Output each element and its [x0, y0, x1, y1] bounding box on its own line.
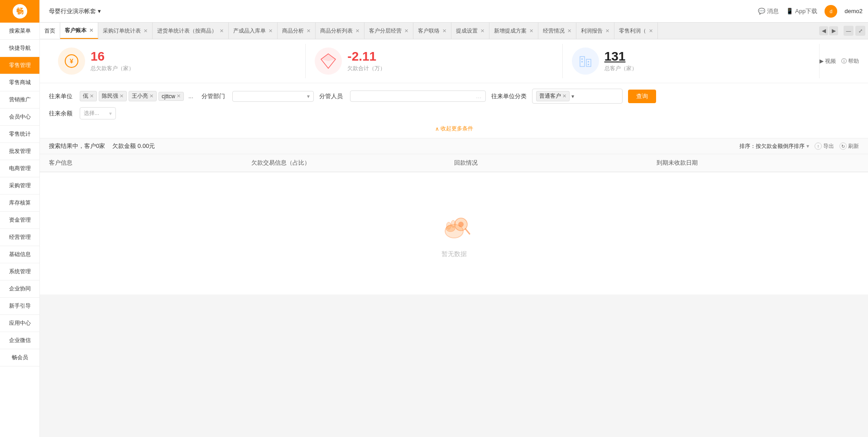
sidebar-item-retail-stats[interactable]: 零售统计 — [0, 126, 39, 143]
help-icon: ⓘ — [841, 57, 847, 65]
sidebar-item-purchase-mgmt[interactable]: 采购管理 — [0, 177, 39, 195]
sidebar-item-finance[interactable]: 资金管理 — [0, 212, 39, 229]
sidebar-item-app-center[interactable]: 应用中心 — [0, 315, 39, 332]
data-table: 客户信息 欠款交易信息（占比） 回款情况 到期未收款日期 — [40, 154, 868, 294]
tab-next-button[interactable]: ▶ — [829, 26, 838, 35]
filter-tag-wang[interactable]: 王小亮 ✕ — [129, 91, 157, 101]
classify-tag[interactable]: 普通客户 ✕ — [536, 91, 570, 101]
tab-close-retail-profit[interactable]: ✕ — [649, 28, 653, 34]
balance-select[interactable]: 选择... ▾ — [80, 107, 116, 119]
sidebar-item-quick-nav[interactable]: 快捷导航 — [0, 40, 39, 57]
tab-close-customer-tier[interactable]: ✕ — [404, 28, 408, 34]
tab-retail-profit[interactable]: 零售利润（✕ — [614, 23, 658, 39]
sidebar-item-basic-info[interactable]: 基础信息 — [0, 246, 39, 263]
tab-close-new-promo[interactable]: ✕ — [529, 28, 533, 34]
tab-close-profit-report[interactable]: ✕ — [605, 28, 609, 34]
sidebar-item-new-guide[interactable]: 新手引导 — [0, 298, 39, 315]
dept-filter-label: 分管部门 — [201, 92, 227, 100]
sidebar-item-membership[interactable]: 会员中心 — [0, 109, 39, 126]
tab-close-product-inbound[interactable]: ✕ — [269, 28, 273, 34]
tab-goods-analysis-list[interactable]: 商品分析列表✕ — [316, 23, 364, 39]
tab-customer-tier[interactable]: 客户分层经营✕ — [364, 23, 413, 39]
video-button[interactable]: ▶ 视频 — [820, 57, 836, 65]
result-bar: 搜索结果中，客户0家 欠款金额 0.00元 排序：按欠款金额倒序排序 ▾ ↑ 导… — [40, 138, 868, 154]
person-filter-input[interactable] — [354, 93, 474, 100]
tag-cj-close[interactable]: ✕ — [177, 93, 181, 99]
help-button[interactable]: ⓘ 帮助 — [841, 57, 859, 65]
tag-chen-close[interactable]: ✕ — [120, 93, 124, 99]
company-selector[interactable]: 母婴行业演示帐套 ▾ — [45, 5, 105, 17]
svg-rect-9 — [588, 64, 589, 65]
sidebar-item-ops-mgmt[interactable]: 经营管理 — [0, 229, 39, 246]
sidebar-item-marketing[interactable]: 营销推广 — [0, 91, 39, 109]
tab-operations[interactable]: 经营情况✕ — [538, 23, 576, 39]
content-area: ¥ 16 总欠款客户（家） -2.11 欠款合计（万 — [40, 39, 868, 437]
filter-tag-wa[interactable]: 佤 ✕ — [80, 91, 97, 101]
th-due-date: 到期未收款日期 — [657, 159, 859, 167]
tab-product-inbound[interactable]: 产成品入库单✕ — [229, 23, 278, 39]
sort-select[interactable]: 排序：按欠款金额倒序排序 ▾ — [739, 142, 809, 150]
minimize-button[interactable]: — — [844, 26, 854, 36]
result-actions: 排序：按欠款金额倒序排序 ▾ ↑ 导出 ↻ 刷新 — [739, 142, 859, 150]
sidebar-item-retail-mall[interactable]: 零售商城 — [0, 74, 39, 91]
classify-tag-close[interactable]: ✕ — [562, 93, 566, 99]
filter-tag-cj[interactable]: cjttcw ✕ — [158, 92, 184, 101]
maximize-button[interactable]: ⤢ — [855, 26, 865, 36]
total-customers-value: 131 — [604, 50, 637, 64]
export-button[interactable]: ↑ 导出 — [815, 142, 834, 150]
credit-amount-label: 欠款合计（万） — [347, 65, 385, 72]
search-result-text: 搜索结果中，客户0家 — [49, 142, 105, 150]
sidebar-item-batch-mgmt[interactable]: 批发管理 — [0, 143, 39, 160]
tab-purchase-stat[interactable]: 进货单统计表（按商品）✕ — [153, 23, 229, 39]
window-controls: — ⤢ — [841, 26, 868, 36]
filter-row-balance: 往来余额 选择... ▾ — [49, 107, 859, 119]
tab-new-promo[interactable]: 新增提成方案✕ — [489, 23, 538, 39]
tab-purchase-order[interactable]: 采购订单统计表✕ — [98, 23, 153, 39]
sidebar-item-retail-mgmt[interactable]: 零售管理 — [0, 57, 39, 74]
sidebar-item-search[interactable]: 搜索菜单 — [0, 23, 39, 40]
credit-customers-value: 16 — [91, 50, 134, 64]
sidebar-item-sys-mgmt[interactable]: 系统管理 — [0, 263, 39, 280]
filter-tag-chen[interactable]: 陈民强 ✕ — [99, 91, 127, 101]
tag-wang-close[interactable]: ✕ — [149, 93, 153, 99]
dept-select[interactable]: ▾ — [232, 91, 314, 102]
tab-goods-analysis[interactable]: 商品分析✕ — [278, 23, 316, 39]
messages-button[interactable]: 💬 消息 — [758, 7, 779, 15]
tab-bar: 首页客户账本✕采购订单统计表✕进货单统计表（按商品）✕产成品入库单✕商品分析✕商… — [40, 23, 868, 39]
tab-profit-report[interactable]: 利润报告✕ — [576, 23, 614, 39]
app-download-button[interactable]: 📱 App下载 — [786, 7, 817, 15]
unit-filter-tags: 佤 ✕ 陈民强 ✕ 王小亮 ✕ cjttcw ✕ ... — [80, 91, 196, 101]
classify-select[interactable]: 普通客户 ✕ ▾ — [532, 89, 623, 104]
debt-amount-text: 欠款金额 0.00元 — [112, 142, 155, 150]
tab-customer-account[interactable]: 客户账本✕ — [60, 23, 98, 39]
sidebar-item-corp-collab[interactable]: 企业协同 — [0, 280, 39, 298]
tab-home[interactable]: 首页 — [40, 23, 60, 39]
tab-close-purchase-order[interactable]: ✕ — [144, 28, 148, 34]
tab-close-customer-contact[interactable]: ✕ — [442, 28, 446, 34]
tab-close-purchase-stat[interactable]: ✕ — [220, 28, 224, 34]
collapse-button[interactable]: ∧ 收起更多条件 — [435, 125, 473, 133]
empty-icon — [436, 209, 472, 245]
tab-close-operations[interactable]: ✕ — [567, 28, 571, 34]
tab-close-goods-analysis[interactable]: ✕ — [307, 28, 311, 34]
top-header: 母婴行业演示帐套 ▾ 💬 消息 📱 App下载 d demo2 — [40, 0, 868, 23]
username[interactable]: demo2 — [844, 8, 863, 14]
sidebar-item-inventory[interactable]: 库存核算 — [0, 195, 39, 212]
tab-prev-button[interactable]: ◀ — [819, 26, 828, 35]
tab-close-customer-account[interactable]: ✕ — [89, 28, 93, 33]
tab-close-promo-settings[interactable]: ✕ — [480, 28, 484, 34]
sidebar-item-ecommerce[interactable]: 电商管理 — [0, 160, 39, 177]
logo-icon: 畅 — [13, 4, 27, 19]
sidebar-item-corp-wechat[interactable]: 企业微信 — [0, 332, 39, 349]
sidebar-item-member-plus[interactable]: 畅会员 — [0, 349, 39, 366]
empty-text: 暂无数据 — [441, 250, 467, 258]
tag-wa-close[interactable]: ✕ — [90, 93, 94, 99]
export-icon: ↑ — [815, 142, 822, 150]
more-tags-button[interactable]: ... — [186, 92, 196, 100]
tab-close-goods-analysis-list[interactable]: ✕ — [355, 28, 360, 34]
stat-credit-amount: -2.11 欠款合计（万） — [306, 44, 562, 78]
tab-promo-settings[interactable]: 提成设置✕ — [451, 23, 489, 39]
refresh-button[interactable]: ↻ 刷新 — [839, 142, 859, 150]
query-button[interactable]: 查询 — [628, 90, 656, 103]
tab-customer-contact[interactable]: 客户联络✕ — [413, 23, 451, 39]
